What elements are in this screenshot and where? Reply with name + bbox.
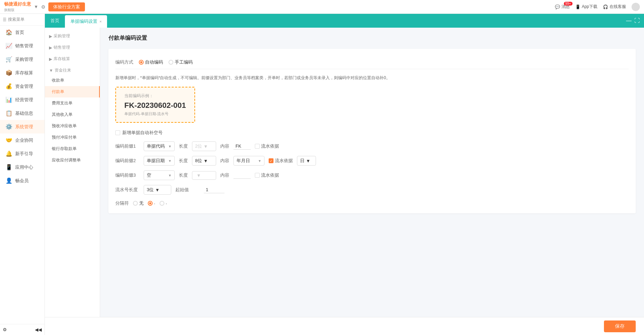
length2-arrow: ▼ xyxy=(203,158,208,164)
sidebar-bottom: ⚙ ◀◀ xyxy=(0,324,45,335)
tab-close-icon[interactable]: × xyxy=(99,19,102,24)
user-avatar[interactable] xyxy=(632,3,640,11)
serial-length-label: 流水号长度 xyxy=(115,187,140,193)
auto-encoding-radio[interactable]: 自动编码 xyxy=(139,59,163,65)
preview-sub-label: 单据代码-单据日期-流水号 xyxy=(124,111,186,117)
encoding-method-label: 编码方式 xyxy=(115,59,133,65)
settings-bottom-icon[interactable]: ⚙ xyxy=(3,327,7,332)
app-download-button[interactable]: 📱 App下载 xyxy=(575,4,597,10)
window-maximize-icon[interactable]: ⛶ xyxy=(634,18,640,24)
online-service-button[interactable]: 🎧 在线客服 xyxy=(603,4,626,10)
stream2-checkbox[interactable]: ✓ xyxy=(269,158,273,163)
search-icon: ☰ xyxy=(3,17,7,22)
separator-none-radio[interactable]: 无 xyxy=(133,200,144,206)
separator-dash-dot xyxy=(160,201,164,206)
prefix1-label: 编码前缀1 xyxy=(115,143,140,149)
day-select[interactable]: 日 ▼ xyxy=(297,156,316,166)
main-sidebar: ☰ 搜索菜单 🏠 首页 📈 销售管理 🛒 采购管理 📦 库存核算 💰 资金管理 … xyxy=(0,14,45,335)
preview-label: 当前编码示例： xyxy=(124,93,186,99)
separator-label: 分隔符 xyxy=(115,200,129,206)
content3-label: 内容 xyxy=(220,172,229,178)
window-minimize-icon[interactable]: — xyxy=(626,18,632,24)
sub-sidebar-item-prepay-receivable[interactable]: 预收冲应收单 xyxy=(45,120,100,132)
stream2-checkbox-group: ✓ 流水依据 xyxy=(269,158,293,164)
stream3-checkbox-group: 流水依据 xyxy=(255,172,279,178)
separator-dot-radio[interactable]: · xyxy=(148,201,155,206)
system-icon: ⚙️ xyxy=(6,123,12,130)
operation-icon: 📊 xyxy=(6,96,12,103)
sidebar-item-system[interactable]: ⚙️ 系统管理 xyxy=(0,120,45,133)
prefix2-select-arrow: ▼ xyxy=(168,159,172,163)
prefix3-label: 编码前缀3 xyxy=(115,172,140,178)
content2-label: 内容 xyxy=(220,158,229,164)
stream3-checkbox[interactable] xyxy=(255,173,260,178)
content2-select[interactable]: 年月日 ▼ xyxy=(233,156,265,166)
length3-select[interactable]: ▼ xyxy=(192,171,216,180)
content3-input[interactable] xyxy=(233,172,251,179)
page-title: 付款单编码设置 xyxy=(108,35,636,42)
search-menu-button[interactable]: ☰ 搜索菜单 xyxy=(0,14,45,26)
top-bar: 畅捷通好生意 旗舰版 ▼ ⚙ 体验行业方案 💬 消息 99+ 📱 App下载 🎧… xyxy=(0,0,644,14)
sidebar-item-finance[interactable]: 💰 资金管理 xyxy=(0,80,45,93)
enterprise-icon: 🤝 xyxy=(6,137,12,143)
bottom-bar: 保存 xyxy=(45,317,644,335)
sub-sidebar-item-bank[interactable]: 银行存取款单 xyxy=(45,143,100,155)
content2-select-arrow: ▼ xyxy=(258,159,261,163)
manual-encoding-radio[interactable]: 手工编码 xyxy=(169,59,193,65)
sub-sidebar-item-other-income[interactable]: 其他收入单 xyxy=(45,109,100,120)
sidebar-item-apps[interactable]: 📱 应用中心 xyxy=(0,160,45,174)
sidebar-item-operation[interactable]: 📊 经营管理 xyxy=(0,93,45,106)
prefix1-select-arrow: ▼ xyxy=(168,145,172,148)
prefix2-select[interactable]: 单据日期 ▼ xyxy=(144,156,175,166)
separator-dash-radio[interactable]: · xyxy=(160,201,167,206)
tab-bar: 首页 单据编码设置 × — ⛶ xyxy=(45,14,644,28)
sub-sidebar-item-receipt[interactable]: 收款单 xyxy=(45,75,100,86)
sub-sidebar-group-purchase-title[interactable]: ▶ 采购管理 xyxy=(45,30,100,40)
separator-row: 分隔符 无 · · xyxy=(115,200,629,206)
sub-sidebar-group-finance: ▼ 资金往来 收款单 付款单 费用支出单 其他收入单 预收冲应收单 预付冲应付单… xyxy=(45,65,100,166)
length2-select[interactable]: 8位 ▼ xyxy=(192,156,216,166)
sales-icon: 📈 xyxy=(6,43,12,49)
content1-input[interactable] xyxy=(233,143,251,150)
expand-arrow-icon[interactable]: ▼ xyxy=(34,4,38,9)
finance-icon: 💰 xyxy=(6,83,12,90)
tab-encoding-settings[interactable]: 单据编码设置 × xyxy=(65,15,107,28)
sidebar-item-guide[interactable]: 🔔 新手引导 xyxy=(0,147,45,160)
sidebar-item-home[interactable]: 🏠 首页 xyxy=(0,26,45,39)
sub-sidebar-item-payment[interactable]: 付款单 xyxy=(45,86,100,97)
prefix1-select[interactable]: 单据代码 ▼ xyxy=(144,141,175,151)
app-logo: 畅捷通好生意 旗舰版 xyxy=(4,1,31,12)
message-button[interactable]: 💬 消息 99+ xyxy=(555,4,570,10)
sidebar-item-purchase[interactable]: 🛒 采购管理 xyxy=(0,53,45,66)
sidebar-item-sales[interactable]: 📈 销售管理 xyxy=(0,39,45,53)
sub-sidebar-group-finance-title[interactable]: ▼ 资金往来 xyxy=(45,65,100,75)
collapse-sidebar-icon[interactable]: ◀◀ xyxy=(35,327,42,332)
serial-start-label: 起始值 xyxy=(175,187,200,193)
auto-fill-label: 新增单据自动补空号 xyxy=(122,130,163,136)
config-row-3: 编码前缀3 空 ▼ 长度 ▼ 内容 xyxy=(115,170,629,180)
sub-sidebar-group-sales-title[interactable]: ▶ 销售管理 xyxy=(45,42,100,52)
sidebar-item-member[interactable]: 👤 畅会员 xyxy=(0,174,45,187)
app-download-icon: 📱 xyxy=(575,4,580,9)
stream1-checkbox[interactable] xyxy=(255,144,260,149)
settings-gear-icon[interactable]: ⚙ xyxy=(41,4,46,10)
auto-encoding-radio-dot xyxy=(139,60,144,65)
sub-sidebar-item-prepay-payable[interactable]: 预付冲应付单 xyxy=(45,132,100,143)
tab-home[interactable]: 首页 xyxy=(45,14,65,28)
sub-sidebar-item-adjustment[interactable]: 应收应付调整单 xyxy=(45,155,100,166)
serial-start-input[interactable] xyxy=(204,186,224,193)
prefix3-select[interactable]: 空 ▼ xyxy=(144,170,175,180)
sidebar-item-basic[interactable]: 📋 基础信息 xyxy=(0,106,45,120)
member-icon: 👤 xyxy=(6,177,12,184)
stream1-checkbox-group: 流水依据 xyxy=(255,143,279,149)
length1-select[interactable]: 2位 ▼ xyxy=(192,141,216,151)
serial-length-select[interactable]: 3位 ▼ xyxy=(144,185,171,195)
industry-solution-button[interactable]: 体验行业方案 xyxy=(48,2,85,11)
sidebar-item-enterprise[interactable]: 🤝 企业协同 xyxy=(0,133,45,147)
sub-sidebar-group-inventory-title[interactable]: ▶ 库存核算 xyxy=(45,53,100,63)
save-button[interactable]: 保存 xyxy=(604,320,636,332)
sub-sidebar-group-sales: ▶ 销售管理 xyxy=(45,42,100,52)
sidebar-item-inventory[interactable]: 📦 库存核算 xyxy=(0,66,45,80)
auto-fill-checkbox[interactable] xyxy=(115,130,120,135)
sub-sidebar-item-expense[interactable]: 费用支出单 xyxy=(45,97,100,109)
